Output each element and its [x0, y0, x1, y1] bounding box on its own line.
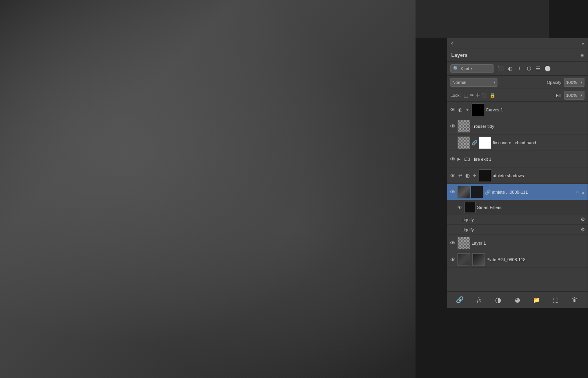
layer-name-fix-concrete: fix concre...ehind hand — [493, 140, 585, 145]
filter-kind-label: Kind — [461, 66, 469, 71]
layer-item-fire-exit[interactable]: 👁 ▶ 🗂 fire exit 1 — [447, 151, 588, 167]
layer-visibility-trouser-tidy[interactable]: 👁 — [450, 123, 456, 129]
filter-options-icon-1[interactable]: ⚙ — [581, 216, 585, 222]
search-icon: 🔍 — [453, 66, 459, 71]
layer-visibility-fire-exit[interactable]: 👁 — [450, 156, 456, 162]
blend-mode-select[interactable]: Normal ▾ — [450, 78, 497, 87]
layer-thumb-curves1 — [472, 104, 484, 116]
layer-name-layer1: Layer 1 — [472, 241, 585, 245]
layer-name-liquify1: Liquify — [461, 217, 579, 222]
layer-link-athlete-smart: 🔗 — [485, 189, 490, 195]
layers-panel: × « Layers ≡ 🔍 Kind ▾ ⬛ ◐ T ⬡ ☰ Normal ▾… — [447, 38, 588, 308]
filter-adjustment-icon[interactable]: ◐ — [506, 65, 514, 71]
layer-item-smart-filters[interactable]: 👁 Smart Filters — [447, 200, 588, 214]
layer-name-curves1: Curves 1 — [486, 107, 585, 112]
footer-group-button[interactable]: 📁 — [532, 297, 541, 303]
layer-link-shadows: ⌖ — [472, 173, 477, 179]
kind-dropdown-arrow: ▾ — [471, 67, 473, 71]
lock-label: Lock: — [450, 93, 461, 98]
panel-collapse-button[interactable]: « — [582, 41, 584, 46]
fill-input[interactable]: 100% ▾ — [564, 91, 584, 100]
layer-thumb-pair-athlete — [457, 186, 483, 198]
blend-mode-value: Normal — [452, 80, 466, 85]
layer-return-icon: ↩ — [457, 173, 463, 178]
opacity-label: Opacity: — [547, 80, 563, 85]
fill-dropdown-arrow: ▾ — [581, 93, 583, 97]
layer-item-trouser-tidy[interactable]: 👁 Trouser tidy — [447, 118, 588, 134]
layer-thumb-layer1 — [457, 237, 470, 249]
filter-shape-icon[interactable]: ⬡ — [525, 65, 532, 71]
footer-new-layer-button[interactable]: ⬚ — [551, 296, 561, 303]
layer-item-fix-concrete[interactable]: 👁 🔗 fix concre...ehind hand — [447, 134, 588, 151]
layer-name-liquify2: Liquify — [461, 227, 579, 232]
layer-expand-arrow[interactable]: ▲ — [581, 190, 585, 194]
opacity-control: Opacity: 100% ▾ — [547, 78, 584, 87]
footer-adjustment-button[interactable]: ◕ — [513, 296, 522, 303]
filter-kind-select[interactable]: 🔍 Kind ▾ — [450, 64, 494, 73]
footer-delete-button[interactable]: 🗑 — [570, 296, 579, 303]
layer-item-liquify2[interactable]: Liquify ⚙ — [447, 225, 588, 235]
layer-item-plate-bgi[interactable]: 👁 Plate BGI_0808-118 — [447, 251, 588, 268]
layer-item-curves1[interactable]: 👁 ◐ ⌖ Curves 1 — [447, 102, 588, 118]
footer-link-button[interactable]: 🔗 — [455, 296, 465, 303]
layer-item-liquify1[interactable]: Liquify ⚙ — [447, 214, 588, 225]
footer-fx-button[interactable]: fx — [474, 297, 484, 303]
panel-header: Layers ≡ — [447, 49, 588, 62]
layer-collapse-fire-exit[interactable]: ▶ — [457, 157, 462, 161]
layer-name-plate-bgi: Plate BGI_0808-118 — [486, 257, 585, 262]
panel-topbar: × « — [447, 38, 588, 49]
layer-item-athlete-smart[interactable]: 👁 🔗 athlete ...0808-111 ○ ▲ — [447, 184, 588, 200]
filter-options-icon-2[interactable]: ⚙ — [581, 227, 585, 233]
filter-icons-group: ⬛ ◐ T ⬡ ☰ — [497, 65, 550, 71]
filter-pixel-icon[interactable]: ⬛ — [497, 65, 504, 71]
opacity-dropdown-arrow: ▾ — [581, 80, 583, 84]
layer-link-curves1: ⌖ — [465, 107, 470, 113]
layer-name-athlete-shadows: athlete shadows — [493, 173, 585, 178]
layer-item-athlete-shadows[interactable]: 👁 ↩ ◐ ⌖ athlete shadows — [447, 167, 588, 184]
blend-dropdown-arrow: ▾ — [494, 80, 495, 84]
filter-smart-icon[interactable]: ☰ — [535, 65, 542, 71]
layer-thumb-athlete-shadows — [479, 169, 491, 182]
panel-menu-button[interactable]: ≡ — [581, 52, 584, 58]
lock-position-icon[interactable]: ✛ — [476, 93, 480, 98]
layer-thumb-athlete-photo — [457, 186, 470, 198]
layer-thumb-fix-concrete — [457, 136, 470, 149]
folder-icon-fire-exit: 🗂 — [464, 155, 471, 163]
layer-visibility-plate-bgi[interactable]: 👁 — [450, 256, 456, 263]
layer-thumb-plate-bgi — [457, 253, 470, 266]
photo-canvas — [0, 0, 416, 378]
panel-close-button[interactable]: × — [450, 41, 453, 46]
filter-type-icon[interactable]: T — [516, 65, 523, 71]
layer-thumb-plate-bgi-2 — [472, 253, 485, 266]
fill-label: Fill: — [556, 93, 563, 98]
filter-toggle-circle[interactable] — [545, 66, 550, 71]
layer-item-layer1[interactable]: 👁 Layer 1 — [447, 235, 588, 251]
fill-value-text: 100% — [566, 93, 577, 98]
panel-title: Layers — [451, 52, 468, 58]
layer-visibility-athlete-shadows[interactable]: 👁 — [450, 173, 456, 179]
layer-visibility-athlete-smart[interactable]: 👁 — [450, 189, 456, 195]
layer-name-fire-exit: fire exit 1 — [474, 157, 585, 162]
blend-row: Normal ▾ Opacity: 100% ▾ — [447, 76, 588, 89]
layer-mask-athlete-smart — [471, 186, 483, 198]
lock-row: Lock: ⬚ ✏ ✛ ⬛ 🔒 Fill: 100% ▾ — [447, 89, 588, 102]
lock-all-icon[interactable]: 🔒 — [490, 93, 495, 98]
layer-adj-icon-shadows: ◐ — [465, 173, 470, 178]
lock-artboard-icon[interactable]: ⬛ — [482, 93, 488, 98]
photo-background — [0, 0, 416, 378]
lock-transparent-icon[interactable]: ⬚ — [464, 93, 468, 98]
panel-footer: 🔗 fx ◑ ◕ 📁 ⬚ 🗑 — [447, 291, 588, 308]
footer-mask-button[interactable]: ◑ — [494, 296, 503, 304]
fill-control: Fill: 100% ▾ — [556, 91, 584, 100]
layer-visibility-smart-filters[interactable]: 👁 — [457, 205, 463, 210]
opacity-input[interactable]: 100% ▾ — [564, 78, 584, 87]
layer-thumb-trouser-tidy — [457, 120, 470, 133]
opacity-value-text: 100% — [566, 80, 577, 85]
layers-list: 👁 ◐ ⌖ Curves 1 👁 Trouser tidy 👁 🔗 fix co… — [447, 102, 588, 291]
layer-visibility-layer1[interactable]: 👁 — [450, 240, 456, 246]
layer-visibility-curves1[interactable]: 👁 — [450, 107, 456, 113]
lock-icons-group: ⬚ ✏ ✛ ⬛ 🔒 — [464, 93, 495, 98]
lock-pixels-icon[interactable]: ✏ — [470, 93, 474, 98]
layer-mask-fix-concrete — [479, 136, 491, 149]
layer-link-fix-concrete: 🔗 — [472, 140, 477, 145]
